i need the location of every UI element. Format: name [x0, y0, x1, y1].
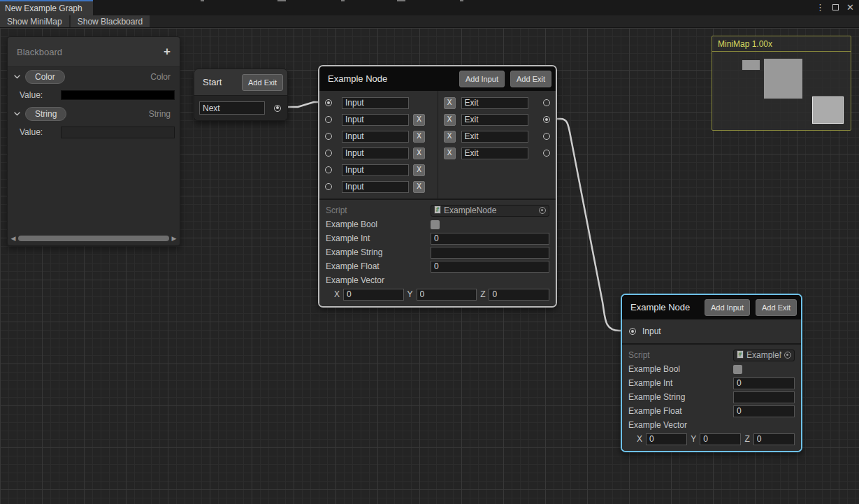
input-port[interactable] — [325, 150, 332, 157]
edge-node1-to-node2[interactable] — [549, 119, 626, 331]
menu-icon[interactable]: ⋮ — [816, 2, 825, 13]
string-row: Example String — [326, 245, 549, 259]
node-header[interactable]: Example Node Add Input Add Exit — [319, 66, 556, 91]
add-input-button[interactable]: Add Input — [705, 299, 750, 316]
exit-row: X — [438, 128, 556, 145]
script-label: Script — [628, 350, 733, 360]
input-name-field[interactable] — [342, 97, 409, 109]
close-icon[interactable]: ✕ — [846, 2, 854, 13]
exit-port[interactable] — [543, 133, 550, 140]
tab-new-example-graph[interactable]: New Example Graph — [0, 0, 93, 15]
script-label: Script — [326, 206, 431, 215]
vector-z-input[interactable] — [489, 289, 549, 301]
exit-name-field[interactable] — [461, 147, 528, 159]
string-input[interactable] — [431, 247, 549, 259]
input-name-field[interactable] — [342, 131, 409, 143]
bool-label: Example Bool — [326, 219, 431, 229]
exit-name-field[interactable] — [461, 114, 528, 126]
script-object-field[interactable]: # ExampleNo — [733, 350, 795, 361]
bool-checkbox[interactable] — [431, 220, 440, 229]
remove-input-button[interactable]: X — [413, 114, 425, 126]
vector-z-input[interactable] — [753, 433, 795, 445]
example-node-1[interactable]: Example Node Add Input Add Exit XXXXX XX… — [318, 65, 557, 308]
float-input[interactable] — [733, 405, 795, 417]
start-node-header[interactable]: Start Add Exit — [194, 69, 287, 96]
exit-port[interactable] — [543, 150, 550, 157]
script-object-field[interactable]: # ExampleNode — [431, 205, 549, 217]
remove-input-button[interactable]: X — [413, 147, 425, 159]
node2-inspector: Script # ExampleNo Example Bool Example … — [622, 343, 801, 451]
chevron-down-icon[interactable] — [14, 112, 20, 116]
remove-exit-button[interactable]: X — [444, 147, 456, 159]
bool-label: Example Bool — [628, 364, 733, 374]
output-port[interactable] — [274, 105, 281, 112]
input-port[interactable] — [325, 133, 332, 140]
vector-x-input[interactable] — [646, 433, 687, 445]
start-node[interactable]: Start Add Exit — [194, 69, 288, 121]
float-input[interactable] — [431, 261, 549, 273]
input-name-field[interactable] — [342, 164, 409, 176]
blackboard-field-color[interactable]: Color Color — [8, 67, 180, 86]
input-name-field[interactable] — [342, 114, 409, 126]
titlebar-artifact — [201, 0, 204, 1]
input-name-field[interactable] — [342, 181, 409, 193]
vector-y-input[interactable] — [417, 289, 477, 301]
csharp-script-icon: # — [434, 204, 441, 217]
show-blackboard-button[interactable]: Show Blackboard — [71, 15, 150, 27]
add-input-button[interactable]: Add Input — [459, 71, 505, 87]
scroll-right-arrow-icon[interactable]: ▶ — [171, 235, 178, 242]
minimap-title: MiniMap 1.00x — [712, 36, 851, 52]
input-port[interactable] — [629, 328, 636, 335]
titlebar-artifact — [277, 0, 286, 1]
minimap-panel[interactable]: MiniMap 1.00x — [712, 36, 851, 131]
node-header[interactable]: Example Node Add Input Add Exit — [622, 295, 801, 319]
exit-port[interactable] — [543, 116, 550, 123]
input-port[interactable] — [325, 116, 332, 123]
object-picker-icon[interactable] — [539, 207, 546, 214]
string-input[interactable] — [733, 391, 795, 403]
scroll-left-arrow-icon[interactable]: ◀ — [10, 235, 17, 242]
add-exit-button[interactable]: Add Exit — [242, 74, 283, 91]
input-port[interactable] — [325, 99, 332, 106]
exit-port[interactable] — [543, 99, 550, 106]
remove-exit-button[interactable]: X — [444, 97, 456, 109]
chevron-down-icon[interactable] — [14, 75, 20, 79]
bool-checkbox[interactable] — [733, 365, 742, 374]
int-input[interactable] — [431, 233, 549, 245]
input-row — [319, 94, 438, 111]
int-input[interactable] — [733, 377, 795, 389]
input-port[interactable] — [325, 183, 332, 190]
unity-graph-window: New Example Graph ⋮ ✕ Show MiniMap Show … — [0, 0, 859, 504]
graph-canvas[interactable]: Blackboard + Color Color Value: String S… — [0, 28, 859, 504]
input-name-field[interactable] — [342, 147, 409, 159]
add-exit-button[interactable]: Add Exit — [510, 71, 551, 87]
blackboard-field-string[interactable]: String String — [8, 104, 180, 123]
title-bar: New Example Graph ⋮ ✕ — [0, 0, 859, 15]
exit-name-field[interactable] — [199, 101, 265, 115]
add-variable-button[interactable]: + — [164, 45, 171, 59]
show-minimap-button[interactable]: Show MiniMap — [0, 15, 69, 27]
remove-exit-button[interactable]: X — [444, 131, 456, 143]
exit-name-field[interactable] — [461, 97, 528, 109]
vector-y-input[interactable] — [700, 433, 741, 445]
example-node-2-selected[interactable]: Example Node Add Input Add Exit Input Sc… — [621, 294, 802, 452]
scrollbar-thumb[interactable] — [18, 236, 169, 241]
input-port[interactable] — [325, 166, 332, 173]
vector-x-input[interactable] — [343, 289, 404, 301]
variable-pill[interactable]: String — [25, 107, 66, 121]
string-value-input[interactable] — [61, 127, 175, 138]
remove-input-button[interactable]: X — [413, 131, 425, 143]
color-swatch[interactable] — [61, 90, 175, 100]
maximize-icon[interactable] — [832, 4, 839, 10]
remove-input-button[interactable]: X — [413, 181, 425, 193]
blackboard-empty-area — [8, 141, 180, 234]
blackboard-panel[interactable]: Blackboard + Color Color Value: String S… — [7, 36, 180, 246]
variable-pill[interactable]: Color — [25, 70, 65, 84]
remove-exit-button[interactable]: X — [444, 114, 456, 126]
exit-name-field[interactable] — [461, 131, 528, 143]
add-exit-button[interactable]: Add Exit — [756, 299, 797, 316]
remove-input-button[interactable]: X — [413, 164, 425, 176]
script-row: Script # ExampleNo — [628, 348, 795, 362]
variable-type-label: String — [149, 109, 173, 119]
object-picker-icon[interactable] — [784, 352, 791, 359]
